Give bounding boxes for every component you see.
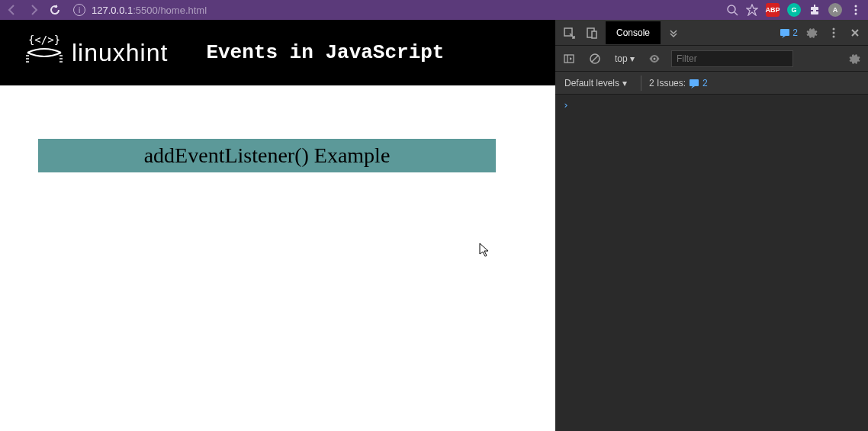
example-heading: addEventListener() Example: [38, 139, 496, 172]
more-tabs-icon[interactable]: [665, 24, 682, 41]
svg-text:{</>}: {</>}: [28, 34, 60, 46]
reload-button[interactable]: [49, 4, 61, 16]
url-bar[interactable]: i 127.0.0.1:5500/home.html: [70, 4, 717, 16]
svg-rect-13: [564, 55, 574, 63]
svg-rect-18: [690, 79, 699, 86]
abp-extension-icon[interactable]: ABP: [766, 3, 780, 17]
svg-point-11: [833, 31, 835, 34]
inspect-element-icon[interactable]: [560, 24, 578, 42]
console-sidebar-toggle-icon[interactable]: [560, 50, 578, 68]
devtools-settings-icon[interactable]: [802, 24, 821, 42]
console-issues-badge[interactable]: 2: [780, 27, 798, 38]
svg-point-3: [855, 9, 857, 11]
site-info-icon[interactable]: i: [73, 4, 85, 16]
device-toolbar-icon[interactable]: [583, 24, 601, 42]
filter-input[interactable]: [671, 50, 793, 67]
clear-console-icon[interactable]: [586, 50, 604, 68]
tab-console[interactable]: Console: [606, 21, 661, 44]
svg-point-10: [833, 27, 835, 30]
svg-line-16: [592, 56, 598, 62]
log-levels-selector[interactable]: Default levels ▾: [561, 76, 630, 91]
forward-button[interactable]: [27, 4, 40, 16]
svg-point-12: [833, 35, 835, 37]
devtools-panel: Console 2: [555, 20, 868, 431]
svg-rect-8: [592, 31, 596, 38]
svg-point-2: [855, 5, 857, 8]
svg-rect-9: [780, 29, 789, 36]
profile-avatar[interactable]: A: [828, 3, 842, 17]
issues-link[interactable]: 2 Issues: 2: [641, 76, 711, 91]
console-settings-icon[interactable]: [845, 50, 863, 68]
extensions-icon[interactable]: [809, 4, 821, 16]
live-expression-icon[interactable]: [645, 50, 664, 68]
svg-point-17: [654, 57, 656, 60]
close-devtools-icon[interactable]: [847, 24, 863, 41]
url-text: 127.0.0.1:5500/home.html: [92, 5, 207, 16]
linuxhint-logo: {</>} linuxhint: [23, 33, 168, 72]
page-header: {</>} linuxhint Events in JavaScript: [0, 20, 555, 85]
browser-menu-icon[interactable]: [850, 4, 862, 16]
svg-line-1: [735, 12, 738, 15]
console-output[interactable]: ›: [555, 95, 868, 431]
svg-point-4: [855, 13, 857, 15]
logo-icon: {</>}: [23, 33, 66, 72]
logo-text: linuxhint: [72, 39, 168, 67]
zoom-icon[interactable]: [726, 4, 738, 16]
console-prompt: ›: [563, 99, 569, 111]
back-button[interactable]: [6, 4, 18, 16]
devtools-menu-icon[interactable]: [825, 24, 842, 41]
page-title: Events in JavaScript: [206, 41, 444, 64]
svg-point-0: [728, 5, 735, 13]
grammarly-extension-icon[interactable]: G: [787, 3, 801, 17]
bookmark-icon[interactable]: [746, 4, 758, 16]
context-selector[interactable]: top ▾: [612, 52, 638, 66]
